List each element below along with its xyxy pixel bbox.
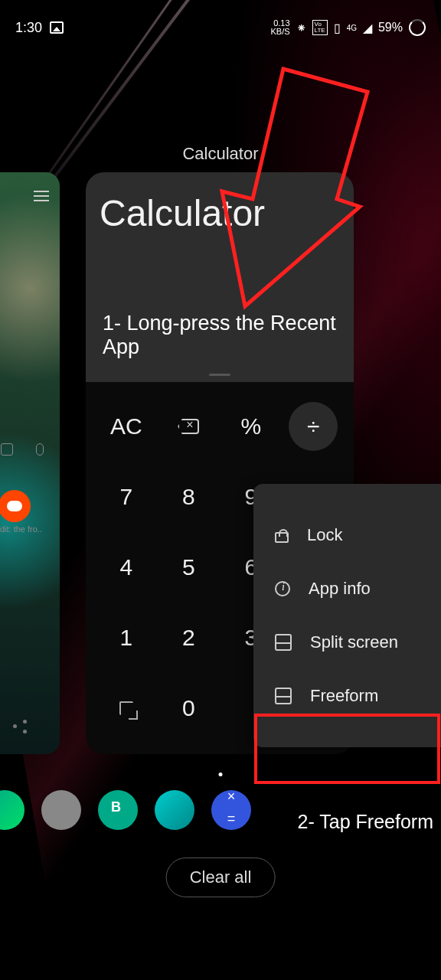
camera-icon: [1, 443, 13, 456]
menu-appinfo-label: App info: [309, 579, 371, 599]
key-7[interactable]: 7: [102, 472, 151, 521]
menu-app-info[interactable]: App info: [253, 562, 441, 616]
app-context-menu: Lock App info Split screen Freeform: [253, 484, 441, 747]
recent-app-title: Calculator: [0, 144, 441, 164]
menu-freeform-label: Freeform: [310, 686, 378, 706]
key-percent[interactable]: %: [227, 402, 276, 451]
key-2[interactable]: 2: [164, 613, 213, 662]
key-divide[interactable]: ÷: [289, 402, 338, 451]
key-5[interactable]: 5: [164, 543, 213, 592]
menu-freeform[interactable]: Freeform: [253, 669, 441, 723]
battery-text: 59%: [378, 21, 403, 34]
instruction-2: 2- Tap Freeform: [298, 811, 433, 833]
dock-app-1[interactable]: [0, 790, 24, 830]
key-0[interactable]: 0: [164, 684, 213, 733]
bluetooth-icon: ⁕: [296, 21, 306, 35]
key-ac[interactable]: AC: [102, 402, 151, 451]
split-screen-icon: [275, 634, 292, 651]
freeform-icon: [275, 688, 292, 704]
status-bar: 1:30 0.13KB/S ⁕ VoLTE ▯ 4G ◢ 59%: [0, 17, 441, 38]
key-backspace[interactable]: [164, 402, 213, 451]
dock-app-3[interactable]: [98, 790, 138, 830]
share-icon: [13, 720, 27, 733]
menu-split-label: Split screen: [310, 632, 398, 652]
share-button[interactable]: [8, 714, 32, 739]
key-4[interactable]: 4: [102, 543, 151, 592]
picture-icon: [50, 21, 64, 34]
instruction-1: 1- Long-press the Recent App: [103, 312, 346, 359]
expand-icon: [119, 701, 133, 715]
hamburger-icon: [34, 191, 49, 201]
page-indicator-dot: [219, 773, 223, 776]
dock-app-2[interactable]: [41, 790, 81, 830]
lock-icon: [275, 532, 289, 543]
key-expand[interactable]: [102, 684, 151, 733]
dock-app-edge[interactable]: [155, 790, 194, 830]
reddit-label: reddit: the fro..: [0, 524, 42, 534]
dock-app-calculator[interactable]: [211, 790, 251, 830]
battery-ring-icon: [409, 19, 426, 36]
calculator-title: Calculator: [100, 192, 340, 234]
clear-all-button[interactable]: Clear all: [166, 858, 276, 897]
menu-lock[interactable]: Lock: [253, 508, 441, 562]
key-1[interactable]: 1: [102, 613, 151, 662]
signal-4g-icon: 4G: [347, 24, 357, 32]
menu-split-screen[interactable]: Split screen: [253, 616, 441, 669]
drag-handle-icon: [209, 374, 230, 376]
info-icon: [275, 581, 290, 596]
volte-icon: VoLTE: [312, 20, 328, 35]
mic-icon: [36, 443, 44, 456]
vibrate-icon: ▯: [334, 21, 341, 35]
reddit-icon: [0, 490, 31, 522]
network-speed: 0.13KB/S: [270, 19, 289, 36]
menu-lock-label: Lock: [307, 525, 342, 545]
recent-app-side-card[interactable]: reddit: the fro..: [0, 172, 60, 754]
key-8[interactable]: 8: [164, 472, 213, 521]
status-time: 1:30: [15, 20, 42, 36]
signal-icon: ◢: [363, 21, 372, 35]
backspace-icon: [178, 419, 199, 434]
